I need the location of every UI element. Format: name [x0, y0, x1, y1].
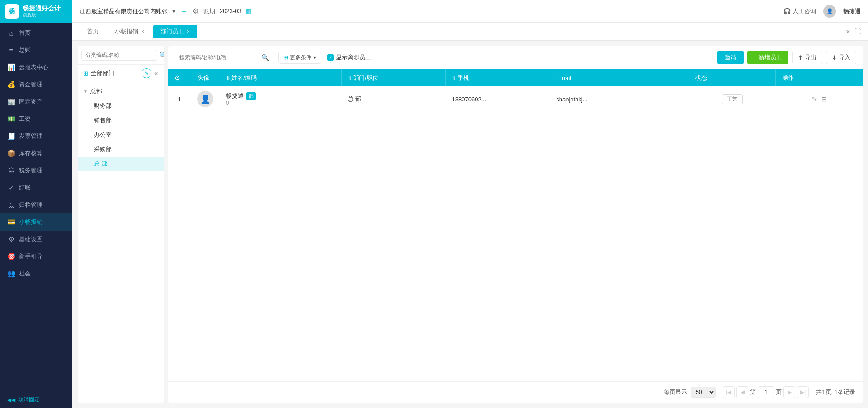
show-resigned-checkbox[interactable]: ✓ 显示离职员工 — [327, 53, 371, 62]
invite-button[interactable]: 邀请 — [717, 51, 744, 64]
tab-expense-label: 小畅报销 — [115, 28, 138, 36]
sidebar-item-reports[interactable]: 📊 云报表中心 — [0, 59, 72, 76]
table-settings-th: ⚙ — [168, 69, 191, 86]
employee-tag-bu: 部 — [246, 92, 256, 100]
tab-home[interactable]: 首页 — [80, 25, 106, 38]
th-email: Email — [550, 69, 689, 86]
sidebar-item-invoice[interactable]: 🧾 发票管理 — [0, 128, 72, 145]
topbar-settings-icon[interactable]: ⚙ — [193, 7, 199, 15]
pager-first-button[interactable]: |◀ — [723, 386, 735, 398]
dept-node-sales[interactable]: 销售部 — [78, 113, 164, 128]
dept-node-office[interactable]: 办公室 — [78, 128, 164, 142]
th-phone[interactable]: ⇅ 手机 — [446, 69, 550, 86]
sort-up-icon: ⇅ — [226, 76, 230, 81]
service-button[interactable]: 🎧 人工咨询 — [783, 7, 816, 15]
dept-node-finance[interactable]: 财务部 — [78, 99, 164, 113]
tabs-bar: 首页 小畅报销 × 部门员工 × ✕ ⛶ — [72, 23, 868, 41]
sidebar-item-assets[interactable]: 🏢 固定资产 — [0, 93, 72, 110]
show-resigned-label: 显示离职员工 — [336, 53, 371, 62]
emp-table: ⚙ 头像 ⇅ 姓名/编码 ⇅ 部门/职位 — [168, 69, 863, 381]
sidebar-item-label: 税务管理 — [19, 166, 42, 175]
emp-search-input[interactable] — [179, 54, 259, 61]
pagination: 每页显示 50 100 |◀ ◀ 第 页 ▶ ▶| 共1页, 1条记录 — [168, 381, 863, 403]
expense-icon: 💳 — [7, 218, 15, 226]
sidebar-item-inventory[interactable]: 📦 库存核算 — [0, 145, 72, 162]
dept-node-root[interactable]: ▼ 总部 — [78, 84, 164, 99]
fullscreen-button[interactable]: ⛶ — [854, 28, 861, 35]
calendar-icon[interactable]: ▦ — [246, 8, 251, 14]
page-total: 共1页, 1条记录 — [816, 388, 855, 396]
pager-last-button[interactable]: ▶| — [797, 386, 809, 398]
sidebar-item-home[interactable]: ⌂ 首页 — [0, 24, 72, 42]
more-options-button[interactable]: ⊟ — [821, 95, 827, 103]
pager: |◀ ◀ 第 页 ▶ ▶| — [723, 386, 809, 398]
page-size-select[interactable]: 50 100 — [691, 387, 716, 398]
sidebar-item-ledger[interactable]: ≡ 总账 — [0, 42, 72, 59]
td-email: chanjethkj... — [550, 86, 689, 112]
table-gear-icon[interactable]: ⚙ — [175, 74, 180, 81]
employee-code: 0 — [226, 100, 335, 106]
reports-icon: 📊 — [7, 63, 15, 71]
tab-expense[interactable]: 小畅报销 × — [108, 25, 151, 38]
add-employee-button[interactable]: + 新增员工 — [747, 51, 788, 64]
headset-icon: 🎧 — [783, 8, 791, 14]
edit-dept-button[interactable]: ✎ — [142, 68, 151, 78]
funds-icon: 💰 — [7, 81, 15, 89]
sidebar-item-expense[interactable]: 💳 小畅报销 — [0, 213, 72, 231]
checkbox-icon: ✓ — [327, 54, 334, 61]
tab-home-label: 首页 — [87, 28, 99, 36]
pager-next-button[interactable]: ▶ — [783, 386, 795, 398]
all-dept-button[interactable]: ⊞ 全部部门 — [83, 69, 114, 77]
tab-employees[interactable]: 部门员工 × — [153, 25, 197, 38]
tab-employees-close[interactable]: × — [187, 28, 190, 35]
sidebar-item-payroll[interactable]: 💵 工资 — [0, 110, 72, 128]
sidebar-item-label: 新手引导 — [19, 252, 42, 261]
td-actions: ✎ ⊟ — [776, 86, 863, 112]
tab-expense-close[interactable]: × — [141, 28, 144, 35]
pin-icon: ◀◀ — [7, 397, 15, 403]
th-dept[interactable]: ⇅ 部门/职位 — [341, 69, 446, 86]
dept-search-input[interactable] — [81, 50, 157, 61]
logo-sub: 旗舰版 — [23, 12, 61, 18]
sidebar-item-funds[interactable]: 💰 资金管理 — [0, 76, 72, 93]
close-tab-button[interactable]: ✕ — [845, 28, 851, 35]
dept-node-purchase[interactable]: 采购部 — [78, 142, 164, 157]
export-button[interactable]: ⬆ 导出 — [792, 51, 822, 64]
sidebar-item-label: 基础设置 — [19, 235, 42, 243]
dept-node-label: 总部 — [90, 87, 102, 95]
sidebar-item-guide[interactable]: 🎯 新手引导 — [0, 248, 72, 265]
th-name[interactable]: ⇅ 姓名/编码 — [220, 69, 341, 86]
collapse-dept-button[interactable]: « — [154, 68, 158, 78]
sidebar-item-archive[interactable]: 🗂 归档管理 — [0, 196, 72, 213]
page-label-di: 第 — [750, 388, 756, 396]
company-dropdown-icon[interactable]: ▾ — [172, 8, 175, 14]
sidebar-item-tax[interactable]: 🏛 税务管理 — [0, 162, 72, 179]
page-size-label: 每页显示 — [664, 388, 687, 396]
table-row: 1 👤 畅捷通 部 — [168, 86, 863, 112]
edit-employee-button[interactable]: ✎ — [811, 95, 817, 103]
filter-label: 更多条件 — [290, 54, 311, 62]
sidebar-item-closing[interactable]: ✓ 结账 — [0, 179, 72, 196]
sidebar-item-social[interactable]: 👥 社会... — [0, 265, 72, 282]
add-company-button[interactable]: ＋ — [180, 6, 188, 17]
emp-search-icon[interactable]: 🔍 — [261, 54, 269, 61]
dept-node-label: 采购部 — [94, 145, 112, 153]
archive-icon: 🗂 — [7, 201, 15, 209]
filter-button[interactable]: ⊞ 更多条件 ▾ — [278, 52, 321, 64]
page-input[interactable] — [758, 386, 774, 398]
sidebar-item-label: 首页 — [19, 29, 31, 37]
emp-toolbar: 🔍 ⊞ 更多条件 ▾ ✓ 显示离职员工 邀请 + 新增员工 ⬆ 导出 — [168, 46, 863, 69]
sidebar-item-label: 工资 — [19, 115, 31, 123]
sort-phone-icon: ⇅ — [452, 76, 456, 81]
sidebar-item-label: 归档管理 — [19, 201, 42, 209]
dept-node-general[interactable]: 总 部 — [78, 157, 164, 171]
import-button[interactable]: ⬇ 导入 — [826, 51, 856, 64]
pager-prev-button[interactable]: ◀ — [736, 386, 748, 398]
settings-icon: ⚙ — [7, 235, 15, 243]
sidebar-item-settings[interactable]: ⚙ 基础设置 — [0, 231, 72, 248]
main-area: 江西服宝精品有限责任公司内账张 ▾ ＋ ⚙ 账期 2023-03 ▦ 🎧 人工咨… — [72, 0, 868, 408]
dept-search: 🔍 — [78, 46, 164, 65]
dept-search-icon[interactable]: 🔍 — [159, 52, 164, 59]
unpin-sidebar-button[interactable]: ◀◀ 取消固定 — [0, 391, 72, 408]
export-icon: ⬆ — [798, 54, 803, 61]
